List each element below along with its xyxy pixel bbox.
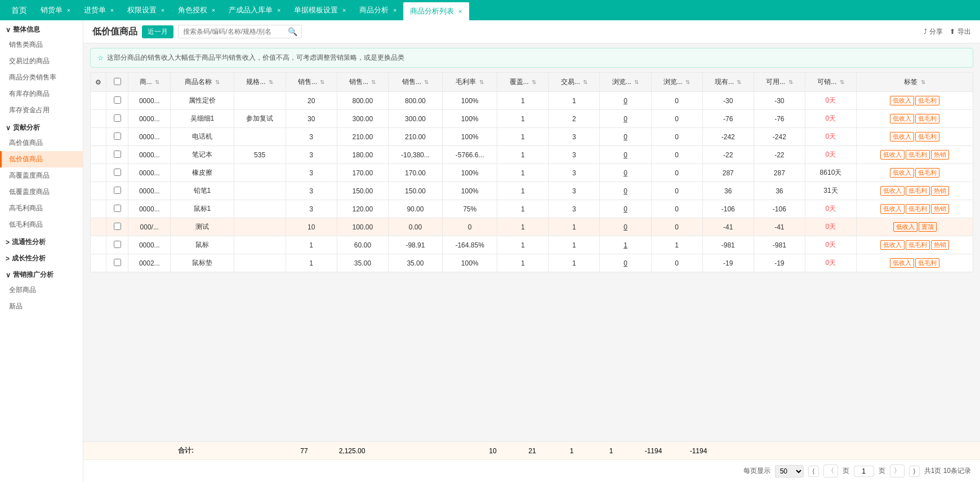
sidebar-item-high-profit[interactable]: 高毛利商品: [0, 200, 83, 216]
td-checkbox[interactable]: [106, 164, 128, 182]
sidebar-group-marketing[interactable]: ∨ 营销推广分析: [0, 266, 83, 282]
td-checkbox[interactable]: [106, 182, 128, 200]
td-sale-amount: 100.00: [337, 218, 388, 236]
th-name[interactable]: 商品名称 ⇅: [171, 73, 234, 92]
td-view1[interactable]: 0: [600, 92, 651, 110]
row-checkbox[interactable]: [114, 114, 121, 122]
product-tag: 低毛利: [906, 204, 930, 214]
view1-link[interactable]: 0: [623, 259, 627, 267]
th-code[interactable]: 商... ⇅: [128, 73, 171, 92]
td-view1[interactable]: 0: [600, 254, 651, 272]
row-checkbox[interactable]: [114, 151, 121, 158]
th-available[interactable]: 可用... ⇅: [754, 73, 805, 92]
sidebar-item-traded-products[interactable]: 交易过的商品: [0, 53, 83, 69]
td-checkbox[interactable]: [106, 200, 128, 218]
sidebar-item-low-profit[interactable]: 低毛利商品: [0, 216, 83, 233]
td-view1[interactable]: 0: [600, 218, 651, 236]
view1-link[interactable]: 1: [623, 241, 627, 249]
td-view1[interactable]: 0: [600, 200, 651, 218]
home-nav-item[interactable]: 首页: [5, 0, 34, 20]
view1-link[interactable]: 0: [623, 187, 627, 195]
search-icon[interactable]: 🔍: [288, 27, 297, 36]
view1-link[interactable]: 0: [623, 97, 627, 105]
th-gross-rate[interactable]: 毛利率 ⇅: [443, 73, 497, 92]
td-checkbox[interactable]: [106, 110, 128, 128]
row-checkbox[interactable]: [114, 187, 121, 194]
td-checkbox[interactable]: [106, 236, 128, 254]
export-button[interactable]: ⬆ 导出: [950, 27, 971, 37]
td-checkbox[interactable]: [106, 92, 128, 110]
sidebar-item-category-rate[interactable]: 商品分类销售率: [0, 69, 83, 86]
td-view1[interactable]: 0: [600, 110, 651, 128]
sidebar-item-low-value[interactable]: 低价值商品: [0, 151, 83, 167]
th-view1[interactable]: 浏览... ⇅: [600, 73, 651, 92]
view1-link[interactable]: 0: [623, 205, 627, 213]
sidebar-group-contribution[interactable]: ∨ 贡献分析: [0, 118, 83, 135]
row-checkbox[interactable]: [114, 132, 121, 140]
view1-link[interactable]: 0: [623, 169, 627, 177]
first-page-button[interactable]: ⟨: [808, 466, 819, 477]
row-checkbox[interactable]: [114, 223, 121, 230]
sidebar-item-stocked-products[interactable]: 有库存的商品: [0, 86, 83, 102]
sidebar-item-high-value[interactable]: 高价值商品: [0, 135, 83, 151]
view1-link[interactable]: 0: [623, 223, 627, 231]
td-view1[interactable]: 0: [600, 128, 651, 146]
sidebar-item-new-products[interactable]: 新品: [0, 298, 83, 315]
nav-item-sales[interactable]: 销货单 ×: [34, 0, 77, 20]
row-checkbox[interactable]: [114, 241, 121, 248]
th-sale-amount[interactable]: 销售... ⇅: [337, 73, 388, 92]
th-gear[interactable]: ⚙: [91, 73, 106, 92]
td-view1[interactable]: 1: [600, 236, 651, 254]
sidebar-item-high-coverage[interactable]: 高覆盖度商品: [0, 167, 83, 184]
nav-item-analysis[interactable]: 商品分析 ×: [353, 0, 403, 20]
sidebar-item-all-products[interactable]: 全部商品: [0, 282, 83, 298]
th-current[interactable]: 现有... ⇅: [702, 73, 754, 92]
th-sale-profit[interactable]: 销售... ⇅: [388, 73, 442, 92]
sidebar-item-sales-products[interactable]: 销售类商品: [0, 37, 83, 53]
sidebar-group-overall[interactable]: ∨ 整体信息: [0, 20, 83, 37]
row-checkbox[interactable]: [114, 96, 121, 104]
row-checkbox[interactable]: [114, 169, 121, 176]
td-checkbox[interactable]: [106, 146, 128, 164]
sidebar-item-inventory-capital[interactable]: 库存资金占用: [0, 102, 83, 118]
share-button[interactable]: ⤴ 分享: [924, 27, 943, 37]
th-view2[interactable]: 浏览... ⇅: [651, 73, 702, 92]
page-input[interactable]: [854, 466, 874, 477]
nav-item-purchase[interactable]: 进货单 ×: [77, 0, 121, 20]
nav-item-analysis-list[interactable]: 商品分析列表 ×: [403, 2, 469, 20]
prev-page-button[interactable]: 〈: [823, 465, 838, 477]
sidebar-group-flow-label: 流通性分析: [12, 237, 46, 247]
td-checkbox[interactable]: [106, 254, 128, 272]
td-view1[interactable]: 0: [600, 146, 651, 164]
td-checkbox[interactable]: [106, 218, 128, 236]
view1-link[interactable]: 0: [623, 133, 627, 141]
row-checkbox[interactable]: [114, 259, 121, 266]
nav-item-warehouse[interactable]: 产成品入库单 ×: [222, 0, 287, 20]
sidebar-item-low-coverage[interactable]: 低覆盖度商品: [0, 184, 83, 200]
view1-link[interactable]: 0: [623, 151, 627, 159]
th-trade[interactable]: 交易... ⇅: [549, 73, 600, 92]
th-saleable[interactable]: 可销... ⇅: [805, 73, 856, 92]
row-checkbox[interactable]: [114, 205, 121, 212]
view1-link[interactable]: 0: [623, 115, 627, 123]
last-page-button[interactable]: ⟩: [909, 466, 920, 477]
next-page-button[interactable]: 〉: [890, 465, 905, 477]
td-checkbox[interactable]: [106, 128, 128, 146]
nav-item-role[interactable]: 角色授权 ×: [171, 0, 222, 20]
td-view1[interactable]: 0: [600, 182, 651, 200]
sidebar-group-growth[interactable]: > 成长性分析: [0, 249, 83, 266]
td-view1[interactable]: 0: [600, 164, 651, 182]
th-spec[interactable]: 规格... ⇅: [234, 73, 286, 92]
th-coverage[interactable]: 覆盖... ⇅: [497, 73, 549, 92]
nav-item-permission[interactable]: 权限设置 ×: [121, 0, 171, 20]
page-size-select[interactable]: 50 100 200: [775, 465, 804, 477]
th-sale-qty[interactable]: 销售... ⇅: [286, 73, 337, 92]
th-tags[interactable]: 标签 ⇅: [857, 73, 973, 92]
nav-item-template[interactable]: 单据模板设置 ×: [287, 0, 353, 20]
th-checkbox[interactable]: [106, 73, 128, 92]
table-wrapper[interactable]: ⚙ 商... ⇅ 商品名称 ⇅ 规格... ⇅ 销售... ⇅ 销售... ⇅ …: [83, 72, 980, 441]
date-filter-button[interactable]: 近一月: [142, 25, 173, 38]
search-input[interactable]: [178, 25, 302, 38]
select-all-checkbox[interactable]: [114, 78, 121, 85]
sidebar-group-flow[interactable]: > 流通性分析: [0, 233, 83, 249]
